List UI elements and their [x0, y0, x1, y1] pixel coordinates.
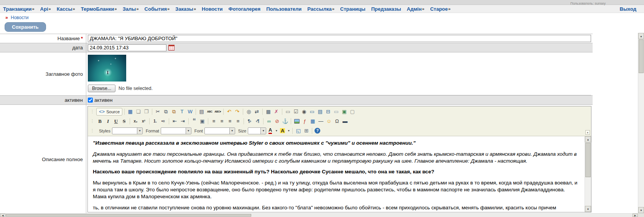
editor-scrollbar[interactable]: ▲ ▼ [585, 136, 591, 212]
save-icon[interactable]: ▦ [127, 108, 134, 115]
maximize-icon[interactable]: ◱ [295, 127, 302, 134]
paste-word-icon[interactable]: W [186, 108, 194, 115]
scayt-icon[interactable]: ABC▾ [214, 108, 221, 115]
editor-content-area[interactable]: "Известная певица рассказала в эксклюзив… [88, 136, 585, 212]
nav-item-рассылка[interactable]: Рассылка» [307, 6, 334, 12]
breadcrumb-link-news[interactable]: Новости [11, 15, 28, 20]
logout-link[interactable]: Выход [620, 6, 636, 12]
about-icon[interactable]: ? [315, 128, 320, 134]
nav-item-старое[interactable]: Старое» [430, 6, 450, 12]
bidi-rtl-icon[interactable]: ‹¶ [254, 117, 261, 125]
styles-combo[interactable]: ▼ [112, 127, 143, 134]
remove-format-icon[interactable]: ✗ [273, 108, 280, 115]
bulleted-list-icon[interactable]: •≡ [160, 117, 167, 125]
textarea-icon[interactable]: ▤ [316, 108, 324, 115]
toolbar-collapse-button[interactable]: ▴ [585, 130, 590, 135]
page-horizontal-scrollbar[interactable]: ◀ ▶ [0, 213, 638, 217]
show-blocks-icon[interactable]: ⊞ [303, 127, 310, 134]
scrollbar-track[interactable] [252, 214, 632, 217]
nav-item-залы[interactable]: Залы» [123, 6, 139, 12]
browse-button[interactable]: Browse... [88, 85, 115, 92]
scrollbar-track[interactable] [585, 178, 591, 206]
scroll-down-arrow-icon[interactable]: ▼ [638, 207, 644, 213]
bg-color-icon[interactable]: A [279, 127, 286, 134]
indent-icon[interactable]: ⇥ [179, 117, 186, 125]
align-right-icon[interactable]: ≡ [226, 117, 234, 125]
replace-icon[interactable]: ⇄ [253, 108, 260, 115]
nav-item-предзаказы[interactable]: Предзаказы [371, 6, 401, 12]
cut-icon[interactable]: ✂ [154, 108, 161, 115]
scrollbar-thumb[interactable] [585, 143, 591, 177]
scrollbar-thumb[interactable] [6, 214, 251, 217]
text-color-icon[interactable]: A [267, 127, 274, 134]
copy-icon[interactable]: ⧉ [162, 108, 170, 115]
outdent-icon[interactable]: ⇤ [171, 117, 178, 125]
text-color-arrow-icon[interactable]: ▾ [275, 127, 278, 134]
paste-icon[interactable]: ⧉ [170, 108, 178, 115]
scroll-down-arrow-icon[interactable]: ▼ [585, 206, 591, 212]
create-div-icon[interactable]: ▣ [199, 117, 206, 125]
calendar-icon[interactable] [168, 45, 175, 51]
underline-icon[interactable]: U [112, 117, 120, 125]
nav-item-api[interactable]: Api» [40, 6, 51, 12]
nav-item-фотогалерея[interactable]: Фотогалерея [229, 6, 261, 12]
superscript-icon[interactable]: x² [140, 117, 147, 125]
align-left-icon[interactable]: ≡ [210, 117, 217, 125]
nav-item-пользователи[interactable]: Пользователи [266, 6, 301, 12]
nav-item-страницы[interactable]: Страницы [340, 6, 366, 12]
bold-icon[interactable]: B [96, 117, 104, 125]
select-field-icon[interactable]: ⊟ [324, 108, 332, 115]
image-button-icon[interactable]: ▣ [341, 108, 348, 115]
source-icon[interactable]: <>Source [96, 108, 122, 116]
radio-icon[interactable]: ◉ [300, 108, 308, 115]
scroll-left-arrow-icon[interactable]: ◀ [0, 214, 5, 217]
subscript-icon[interactable]: x₂ [132, 117, 139, 125]
save-button[interactable]: Сохранить [5, 22, 46, 32]
blockquote-icon[interactable]: “ [191, 117, 198, 125]
smiley-icon[interactable]: ☺ [325, 117, 333, 125]
paste-text-icon[interactable]: T [178, 108, 186, 115]
scroll-right-arrow-icon[interactable]: ▶ [632, 214, 638, 217]
anchor-icon[interactable]: ⚓ [282, 117, 289, 125]
hidden-field-icon[interactable]: ▢ [349, 108, 356, 115]
nav-item-новости[interactable]: Новости [202, 6, 223, 12]
active-checkbox[interactable] [88, 98, 93, 103]
italic-icon[interactable]: I [104, 117, 112, 125]
page-vertical-scrollbar[interactable]: ▲ ▼ [638, 33, 644, 213]
date-input[interactable] [88, 44, 166, 51]
nav-item-адмін[interactable]: Адмін» [407, 6, 425, 12]
nav-item-заказы[interactable]: Заказы» [175, 6, 196, 12]
font-combo[interactable]: ▼ [204, 127, 235, 134]
select-all-icon[interactable]: ▩ [265, 108, 272, 115]
flash-icon[interactable]: ƒ [301, 117, 308, 125]
nav-item-события[interactable]: События» [145, 6, 170, 12]
page-break-icon[interactable]: ▬ [341, 117, 349, 125]
scrollbar-track[interactable] [638, 73, 644, 207]
scroll-up-arrow-icon[interactable]: ▲ [638, 33, 644, 39]
bg-color-arrow-icon[interactable]: ▾ [287, 127, 290, 134]
align-justify-icon[interactable]: ≡ [234, 117, 242, 125]
align-center-icon[interactable]: ≡ [218, 117, 226, 125]
link-icon[interactable]: ∞ [265, 117, 273, 125]
new-page-icon[interactable]: ❏ [135, 108, 142, 115]
special-char-icon[interactable]: Ω [333, 117, 341, 125]
nav-item-кассы[interactable]: Кассы» [57, 6, 75, 12]
table-icon[interactable]: ▦ [309, 117, 316, 125]
size-combo[interactable]: ▼ [248, 127, 266, 134]
title-input[interactable] [88, 35, 591, 42]
text-field-icon[interactable]: ▭ [308, 108, 316, 115]
unlink-icon[interactable]: ⊘ [273, 117, 281, 125]
format-combo[interactable]: ▼ [161, 127, 191, 134]
strike-icon[interactable]: S [120, 117, 128, 125]
scroll-up-arrow-icon[interactable]: ▲ [585, 136, 591, 142]
button-field-icon[interactable]: ▭ [333, 108, 340, 115]
nav-item-транзакции[interactable]: Транзакции» [3, 6, 35, 12]
scrollbar-thumb[interactable] [639, 39, 644, 73]
print-icon[interactable]: ▤ [198, 108, 205, 115]
undo-icon[interactable]: ↶ [226, 108, 233, 115]
form-icon[interactable]: ▭ [284, 108, 292, 115]
nav-item-термобланки[interactable]: ТермоБланки» [81, 6, 117, 12]
spell-check-icon[interactable]: ABC [206, 108, 213, 115]
find-icon[interactable]: ◎ [245, 108, 252, 115]
preview-icon[interactable]: ❐ [143, 108, 150, 115]
